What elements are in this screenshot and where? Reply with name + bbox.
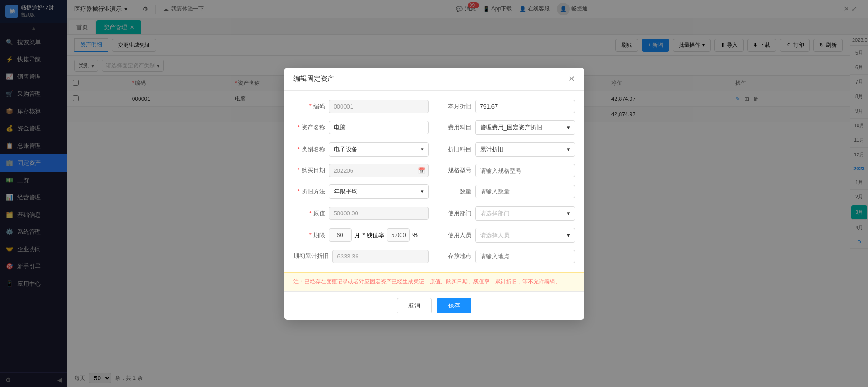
expense-dropdown-icon: ▾ — [567, 124, 570, 131]
expense-subject-label: 费用科目 — [440, 124, 471, 132]
field-person: 使用人员 请选择人员 ▾ — [440, 228, 575, 243]
quantity-input[interactable] — [475, 185, 575, 198]
dep-subject-select[interactable]: 累计折旧 ▾ — [475, 142, 575, 157]
field-code: * 编码 — [293, 100, 429, 113]
field-monthly-dep: 本月折旧 — [440, 100, 575, 113]
field-spec-model: 规格型号 — [440, 164, 575, 177]
dep-method-label: * 折旧方法 — [293, 188, 325, 196]
category-label: * 类别名称 — [293, 145, 325, 154]
person-label: 使用人员 — [440, 231, 471, 239]
dept-select[interactable]: 请选择部门 ▾ — [475, 206, 575, 221]
dep-method-select[interactable]: 年限平均 ▾ — [329, 184, 429, 199]
residual-rate-input[interactable] — [387, 228, 410, 242]
location-input[interactable] — [475, 250, 575, 263]
initial-dep-input[interactable] — [332, 250, 429, 263]
quantity-label: 数量 — [440, 188, 471, 196]
residual-rate-unit: % — [412, 232, 418, 238]
field-quantity: 数量 — [440, 184, 575, 199]
field-dep-method: * 折旧方法 年限平均 ▾ — [293, 184, 429, 199]
category-dropdown-icon2: ▾ — [421, 146, 424, 153]
dept-label: 使用部门 — [440, 209, 471, 218]
save-button[interactable]: 保存 — [437, 298, 471, 313]
field-purchase-date: * 购买日期 📅 — [293, 164, 429, 177]
field-original-value: * 原值 — [293, 206, 429, 221]
modal-title: 编辑固定资产 — [293, 74, 334, 83]
field-expense-subject: 费用科目 管理费用_固定资产折旧 ▾ — [440, 120, 575, 135]
cancel-button[interactable]: 取消 — [397, 298, 432, 313]
period-input[interactable] — [329, 228, 352, 242]
dep-method-dropdown-icon: ▾ — [421, 188, 424, 195]
field-dep-subject: 折旧科目 累计折旧 ▾ — [440, 142, 575, 157]
field-location: 存放地点 — [440, 250, 575, 263]
spec-model-input[interactable] — [475, 164, 575, 177]
period-unit: 月 — [354, 231, 360, 239]
modal-body: * 编码 本月折旧 * 资产名称 费用科目 — [284, 91, 584, 272]
asset-name-input[interactable] — [329, 121, 429, 134]
modal-footer: 取消 保存 — [284, 291, 584, 320]
original-value-label: * 原值 — [293, 209, 325, 218]
modal-note: 注：已经存在变更记录或者对应固定资产已经生成凭证，原值、购买日期、残值率、累计折… — [284, 272, 584, 291]
field-category: * 类别名称 电子设备 ▾ — [293, 142, 429, 157]
calendar-icon[interactable]: 📅 — [418, 167, 425, 174]
asset-name-label: * 资产名称 — [293, 124, 325, 132]
person-select[interactable]: 请选择人员 ▾ — [475, 228, 575, 243]
modal-header: 编辑固定资产 ✕ — [284, 68, 584, 91]
period-label: * 期限 — [293, 231, 325, 239]
location-label: 存放地点 — [440, 252, 471, 260]
dep-subject-label: 折旧科目 — [440, 145, 471, 154]
modal-overlay: 编辑固定资产 ✕ * 编码 本月折旧 * 资产名称 — [0, 0, 868, 387]
category-select[interactable]: 电子设备 ▾ — [329, 142, 429, 157]
purchase-date-input[interactable] — [329, 164, 429, 177]
original-value-input[interactable] — [329, 207, 429, 220]
monthly-dep-input[interactable] — [475, 100, 575, 113]
person-dropdown-icon: ▾ — [567, 232, 570, 238]
dep-dropdown-icon: ▾ — [567, 146, 570, 153]
field-initial-dep: 期初累计折旧 — [293, 250, 429, 263]
monthly-dep-label: 本月折旧 — [440, 102, 471, 110]
initial-dep-label: 期初累计折旧 — [293, 252, 329, 260]
modal-close-btn[interactable]: ✕ — [568, 74, 575, 84]
field-asset-name: * 资产名称 — [293, 120, 429, 135]
dept-dropdown-icon: ▾ — [567, 210, 570, 217]
field-period-residual: * 期限 月 * 残值率 % — [293, 228, 429, 243]
spec-model-label: 规格型号 — [440, 166, 471, 174]
edit-fixed-asset-modal: 编辑固定资产 ✕ * 编码 本月折旧 * 资产名称 — [284, 68, 584, 320]
field-dept: 使用部门 请选择部门 ▾ — [440, 206, 575, 221]
purchase-date-label: * 购买日期 — [293, 166, 325, 174]
residual-rate-label: * 残值率 — [363, 231, 385, 239]
code-label: * 编码 — [293, 102, 325, 110]
code-input[interactable] — [329, 100, 429, 113]
expense-subject-select[interactable]: 管理费用_固定资产折旧 ▾ — [475, 120, 575, 135]
